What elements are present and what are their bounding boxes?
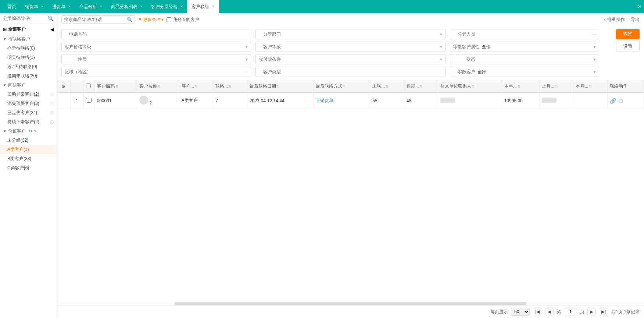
region-more-icon[interactable]: ···	[244, 70, 248, 74]
filter-price-level-input[interactable]	[93, 44, 246, 49]
first-page-btn[interactable]: |◀	[533, 308, 542, 315]
page-input[interactable]	[564, 308, 577, 315]
sidebar-item-today[interactable]: 今天待联络(0)	[0, 44, 57, 53]
last-page-btn[interactable]: ▶|	[599, 308, 608, 315]
th-name[interactable]: 客户名称⇅	[137, 80, 179, 93]
row-checkbox[interactable]	[87, 98, 92, 103]
filter-nature-input[interactable]	[89, 57, 246, 62]
filter-dept: 分管部门 ▾	[255, 29, 445, 39]
name-sort-icon: ⇅	[158, 84, 161, 88]
sidebar-section-pending[interactable]: ▼ 待联络客户	[0, 35, 57, 44]
customer-level-dropdown-icon[interactable]: ▾	[440, 45, 442, 49]
customer-table: ⚙ 客户编码⇅ 客户名称⇅ 客户...⇅ 联络...⇅	[57, 80, 644, 109]
my-customers-checkbox[interactable]	[167, 17, 171, 22]
settings-icon[interactable]: ✎	[33, 129, 37, 134]
th-last-date[interactable]: 最后联络日期⇅	[247, 80, 313, 93]
cell-checkbox[interactable]	[83, 93, 94, 109]
settings-button[interactable]: 设置	[616, 41, 640, 52]
filter-customer-level-input[interactable]	[283, 44, 440, 49]
sidebar-item-ungrouped[interactable]: 未分组(32)	[0, 136, 57, 145]
no-contact-sort-icon: ⇅	[386, 84, 389, 88]
sidebar-search-icon[interactable]: 🔍	[47, 15, 54, 21]
filter-person-input[interactable]	[477, 32, 593, 37]
nav-purchase-close[interactable]: ×	[68, 0, 71, 13]
nav-analysis-list[interactable]: 商品分析列表 ×	[107, 0, 147, 13]
price-level-dropdown-icon[interactable]: ▾	[246, 45, 248, 49]
sidebar-item-churned[interactable]: 已流失客户(24) ⓘ	[0, 108, 57, 117]
filter-dept-input[interactable]	[283, 32, 440, 37]
sidebar-all-customers[interactable]: ⊞ 全部客户 ◀	[0, 24, 57, 35]
nav-customer-contact[interactable]: 客户联络 ×	[187, 0, 219, 13]
th-code[interactable]: 客户编码⇅	[94, 80, 137, 93]
filter-region-input[interactable]	[93, 69, 244, 74]
sidebar-item-7days[interactable]: 近7天待联络(0)	[0, 62, 57, 71]
th-no-contact[interactable]: 未联...⇅	[370, 80, 404, 93]
filter-phone-input[interactable]	[89, 32, 248, 37]
refresh-icon[interactable]: ↻	[29, 129, 32, 134]
sidebar-section-value[interactable]: ▼ 价值客户 ↻ ✎	[0, 127, 57, 136]
pagination: 每页显示 10 20 50 100 |◀ ◀ 第 页 ▶ ▶| 共1页 1条记录	[57, 305, 644, 318]
nav-customer-segment-close[interactable]: ×	[180, 0, 183, 13]
info-icon-3: ⓘ	[50, 120, 54, 125]
nav-sales[interactable]: 销货单 ×	[21, 0, 48, 13]
sidebar-section-problem[interactable]: ▼ 问题客户	[0, 81, 57, 90]
status-dropdown-icon[interactable]: ▾	[594, 57, 596, 62]
sidebar-item-class-a[interactable]: A类客户(1)	[0, 145, 57, 154]
filter-status-input[interactable]	[477, 57, 594, 62]
sidebar-item-overdue[interactable]: 逾期未联络(30)	[0, 71, 57, 81]
sidebar-item-tomorrow[interactable]: 明天待联络(1)	[0, 53, 57, 62]
sidebar-search-input[interactable]	[3, 16, 46, 21]
th-last-month[interactable]: 上月...⇅	[539, 80, 573, 93]
prev-page-btn[interactable]: ◀	[545, 308, 554, 315]
filter-customer-type-input[interactable]	[283, 69, 442, 74]
sidebar-collapse-icon[interactable]: ◀	[50, 27, 54, 32]
action-link-icon[interactable]: 🔗	[610, 98, 616, 104]
payment-dropdown-icon[interactable]: ▾	[440, 57, 442, 62]
th-checkbox[interactable]	[83, 80, 94, 93]
select-all-checkbox[interactable]	[86, 84, 91, 88]
nav-home[interactable]: 首页	[3, 0, 21, 13]
th-unit-contact[interactable]: 往来单位联系人⇅	[438, 80, 502, 93]
th-settings[interactable]: ⚙	[57, 80, 70, 93]
unit-contact-sort-icon: ⇅	[472, 84, 475, 88]
person-more-icon[interactable]: ···	[593, 32, 596, 36]
nav-customer-segment[interactable]: 客户分层经营 ×	[147, 0, 187, 13]
nav-analysis[interactable]: 商品分析 ×	[75, 0, 107, 13]
nav-sales-close[interactable]: ×	[41, 0, 43, 13]
th-overdue[interactable]: 逾期...⇅	[404, 80, 438, 93]
my-customers-checkbox-area[interactable]: 我分管的客户	[167, 17, 199, 23]
filter-search-icon[interactable]: 🔍	[127, 17, 132, 22]
th-contact[interactable]: 联络...⇅	[213, 80, 247, 93]
sidebar-item-declining[interactable]: 持续下滑客户(2) ⓘ	[0, 117, 57, 127]
scatter-attr-dropdown-icon[interactable]: ▾	[594, 45, 596, 49]
nav-analysis-list-close[interactable]: ×	[140, 0, 143, 13]
th-type[interactable]: 客户...⇅	[179, 80, 213, 93]
th-this-year[interactable]: 本年...⇅	[502, 80, 539, 93]
scatter-customer-dropdown-icon[interactable]: ▾	[594, 70, 596, 74]
horizontal-scrollbar[interactable]	[57, 301, 644, 305]
filter-more-btn[interactable]: ▼ 更多条件 ▾	[138, 17, 164, 23]
query-button[interactable]: 查询	[616, 29, 640, 39]
batch-ops-btn[interactable]: ☑ 批量操作	[602, 17, 625, 23]
sidebar-item-repurchase[interactable]: 回购异常客户(2) ⓘ	[0, 90, 57, 99]
filter-search-input[interactable]	[64, 17, 125, 22]
filter-nature: 性质 ▾	[61, 54, 251, 64]
close-all-btn[interactable]: ×	[637, 3, 641, 11]
nav-customer-contact-close[interactable]: ×	[212, 0, 214, 13]
sidebar-item-churn-warning[interactable]: 流失预警客户(3) ⓘ	[0, 99, 57, 108]
next-page-btn[interactable]: ▶	[587, 308, 596, 315]
th-last-way[interactable]: 最后联络方式⇅	[314, 80, 370, 93]
action-qr-icon[interactable]: ⬡	[619, 98, 623, 104]
last-way-link[interactable]: 下销货单	[316, 98, 333, 103]
sidebar-item-class-c[interactable]: C类客户(6)	[0, 163, 57, 173]
page-size-select[interactable]: 10 20 50 100	[511, 308, 530, 316]
dept-dropdown-icon[interactable]: ▾	[440, 32, 442, 37]
nature-dropdown-icon[interactable]: ▾	[246, 57, 248, 62]
sidebar-item-class-b[interactable]: B类客户(33)	[0, 154, 57, 163]
filter-scatter-attr: 零散客户属性 全部 ▾	[450, 42, 599, 52]
filter-payment-input[interactable]	[283, 57, 440, 62]
nav-analysis-close[interactable]: ×	[100, 0, 102, 13]
th-this-month[interactable]: 本月...⇅	[573, 80, 607, 93]
export-btn[interactable]: ↑ 导出	[628, 17, 640, 23]
nav-purchase[interactable]: 进货单 ×	[48, 0, 75, 13]
